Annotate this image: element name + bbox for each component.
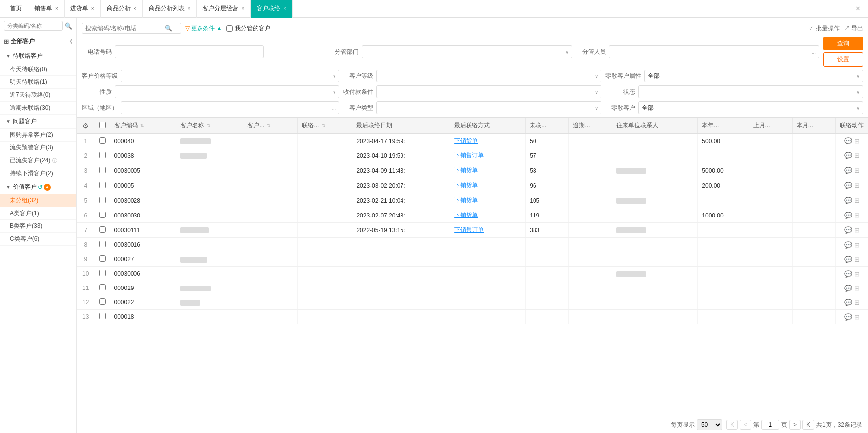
nav-tab-segment[interactable]: 客户分层经营 ×	[197, 0, 251, 18]
row-check[interactable]	[95, 295, 110, 310]
row-check[interactable]	[95, 208, 110, 223]
more-icon[interactable]: ⊞	[854, 270, 860, 278]
nav-tab-analysis[interactable]: 商品分析 ×	[101, 0, 143, 18]
sidebar-value-group[interactable]: ▼ 价值客户 ↺ ●	[0, 180, 76, 194]
row-check[interactable]	[95, 281, 110, 295]
sidebar-item-churned[interactable]: 已流失客户(24) ⓘ	[0, 154, 76, 167]
chat-icon[interactable]: 💬	[844, 270, 852, 278]
more-icon[interactable]: ⊞	[854, 167, 860, 174]
chat-icon[interactable]: 💬	[844, 256, 852, 263]
page-number-input[interactable]	[761, 420, 779, 430]
close-tab-segment-icon[interactable]: ×	[241, 6, 244, 11]
customer-type-select[interactable]: ∨	[376, 101, 601, 114]
filter-search-input[interactable]	[85, 25, 165, 32]
collapse-sidebar-icon[interactable]: 《	[67, 38, 72, 45]
sidebar-item-class-c[interactable]: C类客户(6)	[0, 233, 76, 246]
my-customers-checkbox[interactable]: 我分管的客户	[226, 24, 270, 33]
chat-icon[interactable]: 💬	[844, 226, 852, 234]
sidebar-item-overdue-pending[interactable]: 逾期未联络(30)	[0, 102, 76, 115]
my-customers-check[interactable]	[226, 25, 233, 32]
price-level-select[interactable]: ∨	[121, 70, 339, 82]
refresh-icon[interactable]: ↺	[38, 184, 43, 191]
region-select[interactable]: ...	[121, 101, 339, 114]
row-check[interactable]	[95, 134, 110, 148]
chat-icon[interactable]: 💬	[844, 182, 852, 189]
table-header-code[interactable]: 客户编码 ⇅	[110, 118, 176, 134]
sidebar-item-class-a[interactable]: A类客户(1)	[0, 207, 76, 220]
chat-icon[interactable]: 💬	[844, 241, 852, 249]
nav-tab-purchase[interactable]: 进货单 ×	[65, 0, 101, 18]
retail-customer-select[interactable]: 全部 ∨	[638, 101, 863, 114]
filter-more-conditions[interactable]: ▽ 更多条件 ▲	[185, 24, 222, 33]
region-dots-icon[interactable]: ...	[331, 104, 336, 111]
close-tab-sales-icon[interactable]: ×	[55, 6, 58, 11]
nav-tab-contact[interactable]: 客户联络 ×	[251, 0, 293, 18]
sidebar-item-hoarding[interactable]: 囤购异常客户(2)	[0, 129, 76, 142]
more-icon[interactable]: ⊞	[854, 313, 860, 321]
sidebar-all-customers[interactable]: ⊞ 全部客户 《	[0, 34, 76, 49]
payment-select[interactable]: ∨	[376, 85, 601, 98]
sidebar-search-input[interactable]	[4, 21, 63, 31]
table-check-all-header[interactable]	[95, 118, 110, 134]
last-way-link[interactable]: 下销货单	[454, 182, 478, 189]
row-check[interactable]	[95, 193, 110, 208]
nav-tab-sales[interactable]: 销售单 ×	[28, 0, 65, 18]
sidebar-item-ungroup[interactable]: 未分组(32)	[0, 194, 76, 207]
export-button[interactable]: ↗ 导出	[844, 24, 863, 33]
more-icon[interactable]: ⊞	[854, 152, 860, 159]
last-way-link[interactable]: 下销售订单	[454, 226, 484, 233]
chat-icon[interactable]: 💬	[844, 299, 852, 306]
dept-select[interactable]: ∨	[362, 45, 572, 58]
gender-select[interactable]: ∨	[115, 85, 339, 98]
page-prev-button[interactable]: <	[740, 420, 751, 430]
close-tab-analysis-icon[interactable]: ×	[134, 6, 136, 11]
query-button[interactable]: 查询	[823, 37, 863, 50]
table-settings-header[interactable]: ⚙	[77, 118, 95, 134]
level-select[interactable]: ∨	[376, 70, 601, 82]
row-check[interactable]	[95, 267, 110, 281]
sidebar-item-churn-warning[interactable]: 流失预警客户(3)	[0, 142, 76, 154]
more-icon[interactable]: ⊞	[854, 197, 860, 204]
settings-icon[interactable]: ⚙	[82, 122, 89, 130]
chat-icon[interactable]: 💬	[844, 212, 852, 219]
row-check[interactable]	[95, 163, 110, 178]
sidebar-problem-group[interactable]: ▼ 问题客户	[0, 115, 76, 129]
last-way-link[interactable]: 下销货单	[454, 212, 478, 218]
last-way-link[interactable]: 下销货单	[454, 137, 478, 144]
row-check[interactable]	[95, 252, 110, 267]
close-tab-analysis-list-icon[interactable]: ×	[188, 6, 191, 11]
per-page-select[interactable]: 50 100 200	[697, 419, 722, 430]
sidebar-item-class-b[interactable]: B类客户(33)	[0, 220, 76, 233]
nav-home[interactable]: 首页	[4, 0, 28, 18]
row-check[interactable]	[95, 310, 110, 324]
chat-icon[interactable]: 💬	[844, 313, 852, 321]
page-last-button[interactable]: K	[802, 420, 814, 430]
sidebar-item-declining[interactable]: 持续下滑客户(2)	[0, 167, 76, 180]
bulk-ops-button[interactable]: ☑ 批量操作	[808, 24, 839, 33]
more-icon[interactable]: ⊞	[854, 241, 860, 249]
check-all-checkbox[interactable]	[99, 122, 106, 128]
status-select[interactable]: ∨	[638, 85, 863, 98]
chat-icon[interactable]: 💬	[844, 167, 852, 174]
sidebar-pending-group[interactable]: ▼ 待联络客户	[0, 49, 76, 63]
chat-icon[interactable]: 💬	[844, 197, 852, 204]
more-icon[interactable]: ⊞	[854, 299, 860, 306]
sidebar-item-tomorrow-pending[interactable]: 明天待联络(1)	[0, 76, 76, 89]
row-check[interactable]	[95, 178, 110, 193]
reset-button[interactable]: 设置	[823, 52, 863, 67]
last-way-link[interactable]: 下销货单	[454, 167, 478, 174]
more-icon[interactable]: ⊞	[854, 212, 860, 219]
close-tab-contact-icon[interactable]: ×	[283, 6, 286, 11]
more-icon[interactable]: ⊞	[854, 226, 860, 234]
filter-search-icon[interactable]: 🔍	[165, 25, 172, 32]
window-close-button[interactable]: ×	[852, 4, 864, 13]
manager-select[interactable]: ...	[609, 45, 819, 58]
chat-icon[interactable]: 💬	[844, 285, 852, 292]
more-icon[interactable]: ⊞	[854, 137, 860, 144]
retail-attr-select[interactable]: 全部 ∨	[644, 70, 863, 82]
chat-icon[interactable]: 💬	[844, 137, 852, 144]
more-icon[interactable]: ⊞	[854, 285, 860, 292]
row-check[interactable]	[95, 148, 110, 163]
page-first-button[interactable]: K	[726, 420, 738, 430]
table-header-name[interactable]: 客户名称 ⇅	[176, 118, 243, 134]
